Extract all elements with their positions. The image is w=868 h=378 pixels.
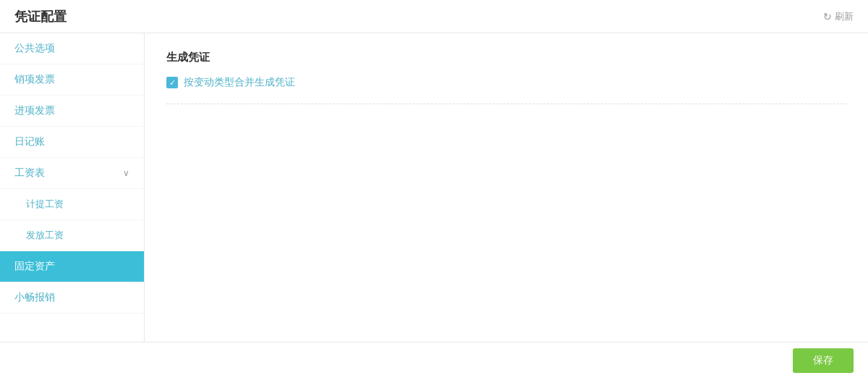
section-title: 生成凭证 [166, 51, 846, 64]
refresh-icon: ↻ [823, 11, 832, 22]
merge-by-type-checkbox[interactable]: ✓ [166, 77, 178, 88]
footer: 保存 [0, 342, 868, 378]
chevron-down-icon: ∨ [123, 168, 129, 178]
sidebar-item-salary-disbursement[interactable]: 发放工资 [0, 220, 144, 251]
sidebar-item-payroll-table[interactable]: 工资表∨ [0, 158, 144, 189]
sidebar-item-label: 小畅报销 [14, 291, 55, 304]
save-button[interactable]: 保存 [793, 348, 854, 373]
divider [166, 104, 846, 104]
sidebar-item-expense-report[interactable]: 小畅报销 [0, 282, 144, 314]
sidebar-item-label: 固定资产 [14, 260, 55, 273]
refresh-label: 刷新 [835, 10, 854, 23]
sidebar-item-label: 公共选项 [14, 42, 55, 55]
content-area: 生成凭证 ✓ 按变动类型合并生成凭证 [145, 33, 868, 342]
sidebar-item-label: 发放工资 [26, 229, 64, 242]
check-mark-icon: ✓ [169, 79, 176, 87]
sidebar-item-label: 进项发票 [14, 104, 55, 117]
sidebar: 公共选项销项发票进项发票日记账工资表∨计提工资发放工资固定资产小畅报销 [0, 33, 145, 342]
checkbox-row: ✓ 按变动类型合并生成凭证 [166, 76, 846, 89]
sidebar-item-label: 日记账 [14, 135, 45, 148]
header: 凭证配置 ↻ 刷新 [0, 0, 868, 33]
sidebar-item-journal[interactable]: 日记账 [0, 127, 144, 158]
sidebar-item-fixed-assets[interactable]: 固定资产 [0, 251, 144, 282]
sidebar-item-sales-invoice[interactable]: 销项发票 [0, 64, 144, 96]
sidebar-item-label: 工资表 [14, 167, 45, 180]
sidebar-item-salary-provision[interactable]: 计提工资 [0, 189, 144, 220]
sidebar-item-purchase-invoice[interactable]: 进项发票 [0, 96, 144, 127]
page-title: 凭证配置 [14, 8, 67, 25]
sidebar-item-label: 计提工资 [26, 198, 64, 211]
sidebar-item-label: 销项发票 [14, 73, 55, 86]
main-layout: 公共选项销项发票进项发票日记账工资表∨计提工资发放工资固定资产小畅报销 生成凭证… [0, 33, 868, 342]
refresh-button[interactable]: ↻ 刷新 [823, 10, 854, 23]
checkbox-label[interactable]: 按变动类型合并生成凭证 [184, 76, 295, 89]
sidebar-item-public-options[interactable]: 公共选项 [0, 33, 144, 64]
